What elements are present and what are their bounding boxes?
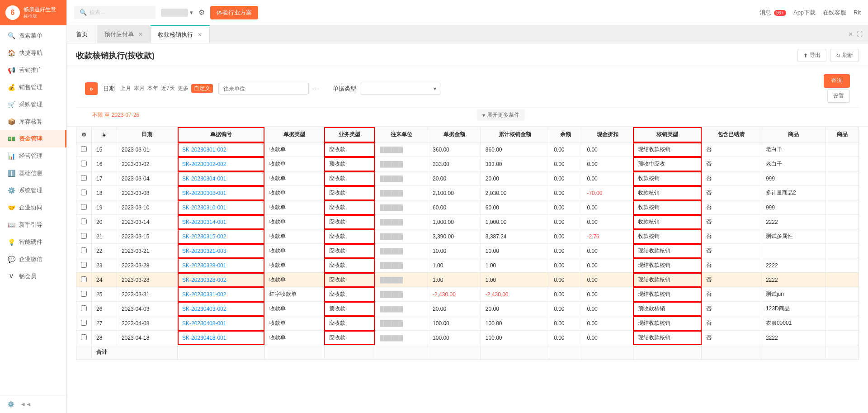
row-discount: 0.00 [582, 200, 633, 215]
tab-home[interactable]: 首页 [67, 25, 97, 43]
sidebar-item-finance[interactable]: 💵 资金管理 [0, 130, 66, 147]
row-include-settled: 否 [702, 287, 761, 302]
row-checkbox[interactable] [76, 171, 92, 186]
row-checkbox[interactable] [76, 287, 92, 302]
row-doc-no[interactable]: SK-20230304-001 [178, 171, 265, 186]
sidebar-item-hardware[interactable]: 💡 智能硬件 [0, 233, 66, 251]
partner-input[interactable] [218, 83, 309, 95]
row-doc-no[interactable]: SK-20230308-001 [178, 186, 265, 200]
row-doc-type: 收款单 [264, 229, 324, 244]
filter-toggle-button[interactable]: » [85, 82, 98, 95]
refresh-button[interactable]: ↻ 刷新 [830, 49, 859, 62]
row-goods2 [826, 316, 859, 331]
row-checkbox[interactable] [76, 273, 92, 287]
row-biz-type: 应收款 [324, 200, 375, 215]
doc-type-select[interactable]: ▾ [360, 83, 441, 95]
sidebar-item-marketing[interactable]: 📢 营销推广 [0, 62, 66, 79]
sidebar-item-quick[interactable]: 🏠 快捷导航 [0, 44, 66, 62]
sidebar-item-sales[interactable]: 💰 销售管理 [0, 79, 66, 96]
sidebar-item-system[interactable]: ⚙️ 系统管理 [0, 182, 66, 199]
row-doc-no[interactable]: SK-20230315-002 [178, 229, 265, 244]
prepay-tab-close[interactable]: ✕ [138, 31, 143, 38]
row-doc-no[interactable]: SK-20230321-003 [178, 244, 265, 258]
last-month-btn[interactable]: 上月 [120, 85, 131, 92]
sidebar-item-purchase[interactable]: 🛒 采购管理 [0, 96, 66, 113]
row-doc-no[interactable]: SK-20230314-001 [178, 215, 265, 229]
gear-icon[interactable]: ⚙ [198, 8, 205, 17]
row-checkbox[interactable] [76, 142, 92, 157]
row-checkbox[interactable] [76, 229, 92, 244]
row-include-settled: 否 [702, 142, 761, 157]
this-year-btn[interactable]: 本年 [147, 85, 158, 92]
sidebar-item-guide[interactable]: 📖 新手引导 [0, 216, 66, 233]
row-doc-no[interactable]: SK-20230408-001 [178, 316, 265, 331]
settings-icon[interactable]: ⚙️ [7, 401, 14, 408]
row-cancel-type: 现结收款核销 [633, 316, 701, 331]
data-table-container: ⚙ # 日期 单据编号 单据类型 业务类型 往来单位 单据金额 累计核销金额 余… [67, 127, 868, 413]
this-month-btn[interactable]: 本月 [134, 85, 145, 92]
row-checkbox[interactable] [76, 200, 92, 215]
row-doc-no[interactable]: SK-20230328-001 [178, 258, 265, 273]
more-filters-dots[interactable]: ··· [312, 85, 320, 92]
row-checkbox[interactable] [76, 331, 92, 345]
row-balance: 0.00 [549, 302, 582, 316]
topbar-dropdown[interactable]: ▾ [161, 9, 193, 17]
row-doc-no[interactable]: SK-20230418-001 [178, 331, 265, 345]
row-amount: 333.00 [428, 157, 481, 171]
maximize-icon[interactable]: ⛶ [857, 31, 863, 38]
row-checkbox[interactable] [76, 258, 92, 273]
expand-more-conditions-button[interactable]: ▾ 展开更多条件 [477, 109, 525, 121]
sidebar-item-basic[interactable]: ℹ️ 基础信息 [0, 165, 66, 182]
row-checkbox[interactable] [76, 244, 92, 258]
row-include-settled: 否 [702, 331, 761, 345]
sidebar-item-member[interactable]: V 畅会员 [0, 268, 66, 285]
sidebar-item-operations[interactable]: 📊 经营管理 [0, 147, 66, 165]
row-doc-no[interactable]: SK-20230403-002 [178, 302, 265, 316]
hardware-icon: 💡 [7, 238, 15, 246]
row-include-settled: 否 [702, 258, 761, 273]
message-button[interactable]: 消息 99+ [760, 9, 786, 17]
row-checkbox[interactable] [76, 186, 92, 200]
row-checkbox[interactable] [76, 215, 92, 229]
row-balance: 0.00 [549, 258, 582, 273]
row-doc-no[interactable]: SK-20230328-002 [178, 273, 265, 287]
app-download-button[interactable]: App下载 [793, 9, 816, 17]
row-goods: 999 [761, 200, 826, 215]
row-doc-type: 收款单 [264, 186, 324, 200]
custom-date-btn[interactable]: 自定义 [191, 84, 213, 93]
purchase-icon: 🛒 [7, 101, 15, 108]
close-window-icon[interactable]: ✕ [848, 31, 853, 38]
system-icon: ⚙️ [7, 187, 15, 194]
more-date-btn[interactable]: 更多 [178, 85, 189, 92]
collapse-icon[interactable]: ◄◄ [20, 401, 32, 408]
export-button[interactable]: ⬆ 导出 [797, 49, 826, 62]
row-doc-no[interactable]: SK-20230310-001 [178, 200, 265, 215]
row-checkbox[interactable] [76, 302, 92, 316]
row-doc-no[interactable]: SK-20230302-002 [178, 157, 265, 171]
online-service-button[interactable]: 在线客服 [823, 9, 846, 17]
tab-collection[interactable]: 收款核销执行 ✕ [151, 25, 210, 43]
sidebar-item-search[interactable]: 🔍 搜索菜单 [0, 27, 66, 44]
row-seq: 24 [92, 273, 117, 287]
sidebar-item-wechat[interactable]: 💬 企业微信 [0, 251, 66, 268]
filter-settings-button[interactable]: 设置 [827, 90, 850, 103]
col-settings[interactable]: ⚙ [76, 127, 92, 142]
app-sub: 标推版 [24, 13, 56, 19]
row-verified: 60.00 [481, 200, 549, 215]
row-seq: 23 [92, 258, 117, 273]
table-row: 27 2023-04-08 SK-20230408-001 收款单 应收款 ██… [76, 316, 859, 331]
last-7-days-btn[interactable]: 近7天 [161, 85, 175, 92]
topbar-search[interactable]: 🔍 搜索... [74, 6, 156, 19]
query-button[interactable]: 查询 [824, 74, 850, 88]
row-checkbox[interactable] [76, 157, 92, 171]
sidebar-item-inventory[interactable]: 📦 库存核算 [0, 113, 66, 130]
industry-solution-button[interactable]: 体验行业方案 [210, 6, 258, 19]
row-doc-no[interactable]: SK-20230331-002 [178, 287, 265, 302]
sidebar-item-enterprise[interactable]: 🤝 企业协同 [0, 199, 66, 216]
row-cancel-type: 收款核销 [633, 186, 701, 200]
row-doc-no[interactable]: SK-20230301-002 [178, 142, 265, 157]
row-checkbox[interactable] [76, 316, 92, 331]
tab-prepay[interactable]: 预付应付单 ✕ [97, 25, 151, 43]
collection-tab-close[interactable]: ✕ [198, 32, 202, 38]
row-goods: 测试多属性 [761, 229, 826, 244]
